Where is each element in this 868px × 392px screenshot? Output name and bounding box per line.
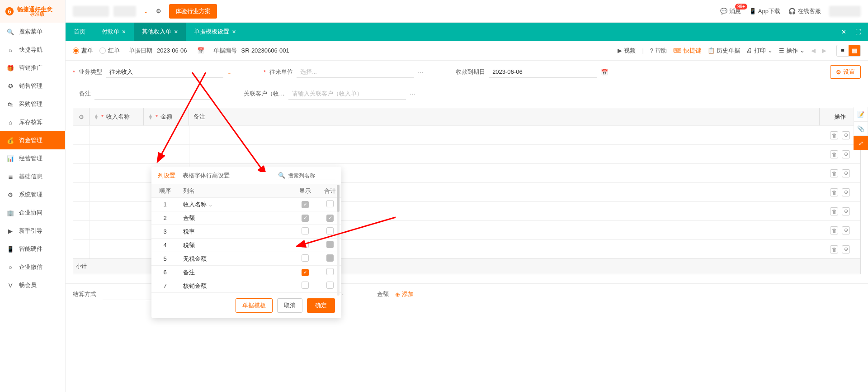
float-expand-icon[interactable]: ⤢	[854, 136, 868, 150]
print-link[interactable]: 🖨 打印 ⌄	[746, 47, 773, 55]
sidebar-item-inventory[interactable]: ⌂库存核算	[0, 113, 65, 131]
close-icon[interactable]: ×	[122, 28, 126, 35]
show-checkbox[interactable]	[302, 282, 309, 289]
sidebar-item-newbie[interactable]: ▶新手引导	[0, 222, 65, 240]
delete-icon[interactable]: 🗑	[830, 226, 838, 234]
delete-icon[interactable]: 🗑	[830, 245, 838, 253]
sidebar-item-wechat[interactable]: ○企业微信	[0, 258, 65, 276]
copy-icon[interactable]: ⊕	[842, 245, 850, 253]
delete-icon[interactable]: 🗑	[830, 188, 838, 196]
app-download-link[interactable]: 📱App下载	[749, 7, 780, 15]
show-checkbox[interactable]: ✓	[302, 215, 309, 222]
copy-icon[interactable]: ⊕	[842, 188, 850, 196]
popup-scrollbar[interactable]	[337, 185, 340, 296]
sum-checkbox[interactable]	[326, 200, 334, 207]
biz-type-select[interactable]	[106, 66, 223, 78]
sidebar-item-purchase[interactable]: 🛍采购管理	[0, 95, 65, 113]
tab-other-income[interactable]: 其他收入单×	[134, 23, 186, 41]
history-link[interactable]: 📋 历史单据	[708, 47, 740, 55]
tab-home[interactable]: 首页	[66, 23, 94, 41]
delete-icon[interactable]: 🗑	[830, 131, 838, 139]
sidebar-item-enterprise[interactable]: 🏢企业协同	[0, 204, 65, 222]
col-income-name[interactable]: ▲▼*收入名称	[90, 108, 144, 125]
col-amount[interactable]: ▲▼*金额	[144, 108, 189, 125]
chevron-down-icon[interactable]: ⌄	[227, 69, 232, 76]
sidebar-item-search[interactable]: 🔍搜索菜单	[0, 23, 65, 41]
sum-checkbox[interactable]	[326, 268, 334, 275]
float-note-icon[interactable]: 📝	[854, 107, 868, 121]
template-button[interactable]: 单据模板	[236, 298, 273, 313]
close-icon[interactable]: ×	[174, 28, 178, 35]
popup-tab-columns[interactable]: 列设置	[158, 172, 175, 180]
show-checkbox[interactable]: ✓	[302, 201, 309, 208]
sum-checkbox[interactable]	[326, 254, 334, 262]
tab-template[interactable]: 单据模板设置×	[186, 23, 244, 41]
close-icon[interactable]: ×	[232, 28, 236, 35]
popup-row[interactable]: 6 备注 ✓	[151, 266, 341, 279]
org-selector-blur[interactable]	[73, 6, 109, 17]
grid-settings-icon[interactable]: ⚙	[73, 108, 90, 125]
sum-checkbox[interactable]	[326, 227, 334, 234]
sidebar-item-funds[interactable]: 💰资金管理	[0, 131, 65, 149]
sidebar-item-sales[interactable]: ✪销售管理	[0, 77, 65, 95]
settings-button[interactable]: ⚙ 设置	[830, 65, 861, 79]
sidebar-item-basic[interactable]: ≣基础信息	[0, 167, 65, 186]
copy-icon[interactable]: ⊕	[842, 150, 850, 158]
float-attach-icon[interactable]: 📎	[854, 121, 868, 136]
expand-icon[interactable]: ⛶	[853, 26, 863, 37]
shortcut-link[interactable]: ⌨ 快捷键	[673, 47, 701, 55]
sidebar-item-operations[interactable]: 📊经营管理	[0, 149, 65, 167]
org-selector-blur2[interactable]	[113, 6, 136, 17]
tab-payment[interactable]: 付款单×	[94, 23, 134, 41]
radio-red[interactable]: 红单	[99, 47, 120, 55]
delete-icon[interactable]: 🗑	[830, 207, 838, 215]
help-link[interactable]: ? 帮助	[650, 47, 667, 55]
popup-search-input[interactable]	[288, 172, 333, 179]
ops-link[interactable]: ☰ 操作 ⌄	[779, 47, 805, 55]
show-checkbox[interactable]	[302, 241, 309, 248]
video-link[interactable]: ▶ 视频	[618, 47, 636, 55]
message-link[interactable]: 💬 消息 99+	[720, 7, 741, 15]
partner-select[interactable]	[297, 66, 414, 78]
copy-icon[interactable]: ⊕	[842, 131, 850, 139]
chevron-down-icon[interactable]: ⌄	[143, 8, 148, 14]
radio-blue[interactable]: 蓝单	[73, 47, 93, 55]
table-row[interactable]: 🗑 ⊕	[73, 125, 860, 144]
remark-input[interactable]	[94, 88, 212, 100]
popup-row[interactable]: 4 税额	[151, 239, 341, 252]
sidebar-item-member[interactable]: V畅会员	[0, 276, 65, 294]
user-blur[interactable]	[829, 6, 861, 17]
next-icon[interactable]: ▶	[822, 47, 826, 54]
ok-button[interactable]: 确定	[307, 298, 335, 313]
date-value[interactable]: 2023-06-06	[157, 47, 187, 54]
delete-icon[interactable]: 🗑	[830, 150, 838, 158]
copy-icon[interactable]: ⊕	[842, 226, 850, 234]
copy-icon[interactable]: ⊕	[842, 169, 850, 177]
col-remark[interactable]: 备注	[189, 108, 820, 125]
cancel-button[interactable]: 取消	[277, 298, 302, 313]
delete-icon[interactable]: 🗑	[830, 169, 838, 177]
cta-button[interactable]: 体验行业方案	[169, 4, 217, 19]
due-date[interactable]	[489, 66, 597, 78]
popup-tab-font[interactable]: 表格字体行高设置	[183, 172, 230, 180]
popup-row[interactable]: 2 金额 ✓ ✓	[151, 211, 341, 225]
sidebar-item-quicknav[interactable]: ⌂快捷导航	[0, 41, 65, 59]
gear-icon[interactable]: ⚙	[153, 5, 165, 17]
sum-checkbox[interactable]	[326, 282, 334, 289]
sidebar-item-hardware[interactable]: 📱智能硬件	[0, 240, 65, 258]
view-card-icon[interactable]: ▦	[849, 45, 860, 56]
calendar-icon[interactable]: 📅	[601, 69, 608, 76]
table-row[interactable]: 🗑 ⊕	[73, 144, 860, 163]
show-checkbox[interactable]	[302, 254, 309, 262]
close-all-icon[interactable]: ✕	[838, 26, 849, 37]
add-button[interactable]: ⊕ 添加	[395, 290, 414, 298]
popup-row[interactable]: 7 核销金额	[151, 279, 341, 293]
rel-customer-input[interactable]	[288, 88, 406, 100]
show-checkbox[interactable]	[302, 227, 309, 234]
show-checkbox[interactable]: ✓	[302, 269, 309, 276]
sum-checkbox[interactable]	[326, 241, 334, 248]
view-list-icon[interactable]: ≡	[837, 45, 849, 56]
sum-checkbox[interactable]: ✓	[326, 215, 334, 222]
copy-icon[interactable]: ⊕	[842, 207, 850, 215]
service-link[interactable]: 🎧在线客服	[788, 7, 821, 15]
